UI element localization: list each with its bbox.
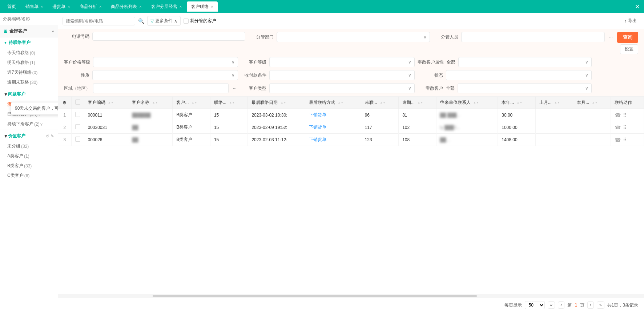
- nav-tab-sales[interactable]: 销售单 ×: [21, 1, 47, 12]
- row-checkbox[interactable]: [75, 137, 80, 142]
- search-button-icon[interactable]: 🔍: [138, 18, 144, 24]
- sort-icon[interactable]: ▲▼: [108, 101, 114, 104]
- sidebar-item-declining[interactable]: 持续下滑客户 (2) ?: [0, 119, 58, 129]
- nav-tab-analysis[interactable]: 商品分析 ×: [75, 1, 106, 12]
- horizontal-scrollbar[interactable]: [58, 294, 644, 298]
- sidebar-group-pending[interactable]: ▼ 待联络客户: [0, 37, 58, 48]
- sort-icon[interactable]: ▲▼: [338, 101, 343, 104]
- sidebar-item-today[interactable]: 今天待联络 (0): [0, 48, 58, 58]
- select-customer-level[interactable]: ∨: [269, 57, 415, 67]
- row-checkbox[interactable]: [75, 124, 80, 129]
- select-casual-attr[interactable]: ∨: [458, 57, 592, 67]
- sidebar-item-classA[interactable]: A类客户 (1): [0, 151, 58, 161]
- sort-icon[interactable]: ▲▼: [152, 101, 158, 104]
- settings-icon[interactable]: ⚙: [63, 100, 67, 105]
- grid-icon: ⊞: [4, 29, 7, 34]
- export-button[interactable]: ↑ 导出: [621, 16, 640, 25]
- close-icon[interactable]: ×: [139, 4, 141, 9]
- select-dept[interactable]: ∨: [277, 32, 430, 42]
- more-action-icon[interactable]: ⠿: [623, 125, 627, 130]
- my-customers-checkbox-label[interactable]: 我分管的客户: [184, 18, 216, 24]
- edit-icon[interactable]: ✎: [51, 134, 54, 139]
- nav-tab-analysis-list[interactable]: 商品分析列表 ×: [106, 1, 146, 12]
- sidebar-item-classB[interactable]: B类客户 (33): [0, 161, 58, 171]
- sidebar-root-label: 全部客户: [9, 28, 27, 34]
- nav-tab-customer-contact[interactable]: 客户联络 ×: [187, 1, 217, 12]
- nav-tab-analysis-label: 商品分析: [80, 4, 97, 10]
- select-customer-type[interactable]: ∨: [269, 83, 415, 93]
- select-price-level[interactable]: ∨: [93, 57, 238, 67]
- my-customers-checkbox[interactable]: [184, 19, 189, 24]
- select-status[interactable]: ∨: [446, 70, 592, 80]
- sort-icon[interactable]: ▲▼: [418, 101, 423, 104]
- sidebar-search-bar[interactable]: 🔍: [0, 13, 58, 25]
- more-action-icon[interactable]: ⠿: [623, 112, 627, 118]
- sidebar-item-classA-label: A类客户: [7, 153, 23, 159]
- dots-icon2[interactable]: ···: [232, 86, 238, 91]
- sidebar-item-overdue[interactable]: 逾期未联络 (30): [0, 77, 58, 87]
- contact-action-icon[interactable]: ☎: [615, 125, 621, 130]
- sort-icon[interactable]: ▲▼: [229, 101, 235, 104]
- sort-icon[interactable]: ▲▼: [592, 101, 598, 104]
- row-checkbox[interactable]: [75, 112, 80, 117]
- sort-icon[interactable]: ▲▼: [554, 101, 560, 104]
- contact-action-icon[interactable]: ☎: [615, 112, 621, 118]
- dots-icon[interactable]: ···: [608, 35, 614, 40]
- select-nature[interactable]: ∨: [92, 70, 238, 80]
- nav-last-button[interactable]: »: [597, 301, 604, 309]
- nav-next-button[interactable]: ›: [587, 301, 594, 309]
- select-payment[interactable]: ∨: [269, 70, 415, 80]
- input-phone[interactable]: [92, 32, 245, 41]
- th-this-month-label: 本月...: [577, 100, 589, 105]
- settings-button[interactable]: 设置: [620, 44, 638, 54]
- td-checkbox[interactable]: [71, 134, 84, 146]
- more-action-icon[interactable]: ⠿: [623, 137, 627, 143]
- sidebar-item-tomorrow[interactable]: 明天待联络 (1): [0, 58, 58, 68]
- close-icon[interactable]: ×: [211, 4, 213, 9]
- select-region[interactable]: [93, 83, 229, 93]
- td-checkbox[interactable]: [71, 121, 84, 134]
- sidebar-group-value[interactable]: ▼ 价值客户 ↺ ✎: [0, 131, 58, 141]
- nav-tab-home[interactable]: 首页: [3, 1, 20, 12]
- nav-first-button[interactable]: «: [548, 301, 555, 309]
- nav-tab-customer-layer[interactable]: 客户分层经营 ×: [147, 1, 186, 12]
- nav-tab-purchase[interactable]: 进货单 ×: [48, 1, 74, 12]
- th-settings[interactable]: ⚙: [58, 97, 71, 109]
- close-icon[interactable]: ×: [41, 4, 43, 9]
- label-price-level: 客户价格等级: [64, 59, 90, 65]
- pagination-bar: 每页显示 50 100 « ‹ 第 1 页 › » 共1页，3条记录: [58, 298, 644, 312]
- refresh-icon[interactable]: ↺: [45, 134, 49, 139]
- select-casual-customer[interactable]: ∨: [458, 83, 592, 93]
- sidebar-all-customers[interactable]: ⊞ 全部客户 «: [0, 25, 58, 37]
- td-last-way[interactable]: 下销货单: [305, 109, 361, 121]
- sort-icon[interactable]: ▲▼: [380, 101, 386, 104]
- td-last-way[interactable]: 下销货单: [305, 121, 361, 134]
- window-close-button[interactable]: ✕: [633, 2, 641, 12]
- sidebar-group-problem[interactable]: ▼ 问题客户: [0, 89, 58, 100]
- td-checkbox[interactable]: [71, 109, 84, 121]
- sort-icon[interactable]: ▲▼: [192, 101, 197, 104]
- search-input[interactable]: [63, 17, 135, 25]
- close-icon[interactable]: ×: [180, 4, 182, 9]
- close-icon[interactable]: ×: [68, 4, 70, 9]
- query-button[interactable]: 查询: [617, 32, 638, 43]
- more-conditions-button[interactable]: ▽ 更多条件 ∧: [147, 16, 181, 26]
- select-person[interactable]: [461, 32, 605, 42]
- sort-icon[interactable]: ▲▼: [517, 101, 523, 104]
- sidebar-search-input[interactable]: [3, 16, 57, 21]
- page-size-select[interactable]: 50 100: [525, 301, 545, 309]
- td-last-way[interactable]: 下销货单: [305, 134, 361, 146]
- sort-icon[interactable]: ▲▼: [473, 101, 479, 104]
- sidebar-item-ungrouped[interactable]: 未分组 (32): [0, 141, 58, 151]
- nav-prev-button[interactable]: ‹: [558, 301, 564, 309]
- th-last-month: 上月... ▲▼: [535, 97, 573, 109]
- td-name: ██████: [128, 109, 173, 121]
- close-icon[interactable]: ×: [99, 4, 101, 9]
- contact-action-icon[interactable]: ☎: [615, 137, 621, 143]
- th-checkbox[interactable]: [71, 97, 84, 109]
- select-all-checkbox[interactable]: [75, 100, 80, 105]
- more-conditions-label: 更多条件: [155, 18, 173, 24]
- sidebar-item-classC[interactable]: C类客户 (6): [0, 171, 58, 181]
- sort-icon[interactable]: ▲▼: [281, 101, 286, 104]
- sidebar-item-7days[interactable]: 近7天待联络 (0): [0, 68, 58, 77]
